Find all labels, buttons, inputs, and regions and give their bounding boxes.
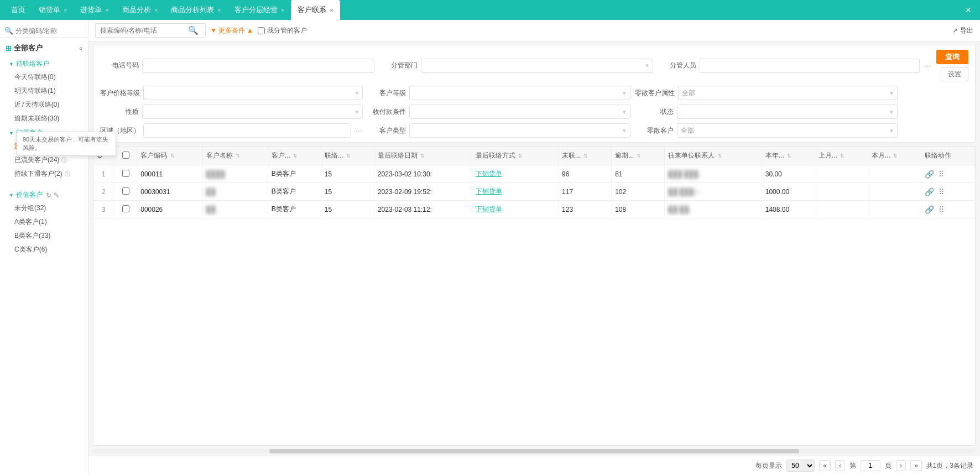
col-contact2[interactable]: 往来单位联系人 ⇅ — [665, 147, 762, 165]
tooltip-text: 90天未交易的客户，可能有流失风险。 — [23, 136, 88, 151]
col-last-month[interactable]: 上月... ⇅ — [815, 147, 868, 165]
nav-analysis-list[interactable]: 商品分析列表 × — [164, 0, 227, 20]
action-link-icon-2[interactable]: 🔗 — [925, 205, 934, 214]
nav-analysis-close[interactable]: × — [154, 7, 158, 13]
col-last-method-sort-icon: ⇅ — [518, 153, 523, 159]
window-close-btn[interactable]: × — [961, 4, 976, 16]
col-checkbox-all[interactable] — [114, 147, 137, 165]
filter-dept-select[interactable] — [421, 59, 653, 73]
row-checkbox-2[interactable] — [122, 205, 129, 212]
search-button[interactable]: 🔍 — [186, 25, 201, 35]
value-refresh-icon[interactable]: ↻ — [46, 191, 51, 199]
col-contact[interactable]: 联络... ⇅ — [321, 147, 374, 165]
col-overdue[interactable]: 逾期... ⇅ — [612, 147, 665, 165]
filter-phone-input[interactable] — [142, 59, 374, 73]
col-this-year[interactable]: 本年... ⇅ — [762, 147, 815, 165]
my-customers-checkbox[interactable] — [258, 27, 265, 34]
sidebar-item-b-class[interactable]: B类客户(33) — [0, 229, 88, 243]
nav-customer-contact[interactable]: 客户联系 × — [291, 0, 340, 20]
filter-field-manager: 分管人员 ··· — [658, 59, 932, 73]
filter-retail-customer-select[interactable]: 全部 — [677, 123, 898, 138]
sidebar-all-customers[interactable]: ⊞ 全部客户 « — [0, 40, 88, 56]
next-page-btn[interactable]: › — [896, 460, 906, 471]
row-contact2-0: ███ ███... — [665, 165, 762, 183]
row-last-method-1[interactable]: 下销货单 — [472, 183, 558, 201]
first-page-btn[interactable]: « — [819, 460, 831, 471]
nav-sales[interactable]: 销货单 × — [32, 0, 74, 20]
action-link-icon-1[interactable]: 🔗 — [925, 187, 934, 196]
nav-customer-layer[interactable]: 客户分层经营 × — [228, 0, 291, 20]
col-type[interactable]: 客户... ⇅ — [268, 147, 321, 165]
nav-customer-contact-close[interactable]: × — [330, 7, 333, 13]
more-filter-button[interactable]: ▼ 更多条件 ▲ — [210, 26, 253, 35]
filter-manager-dots[interactable]: ··· — [923, 61, 932, 70]
filter-retail-attr-select[interactable]: 全部 — [678, 86, 898, 100]
sidebar-section-pending[interactable]: ▼ 待联络客户 — [0, 56, 88, 70]
nav-purchase[interactable]: 进货单 × — [74, 0, 115, 20]
nav-customer-layer-close[interactable]: × — [281, 7, 284, 13]
nav-analysis[interactable]: 商品分析 × — [116, 0, 164, 20]
filter-region-input[interactable] — [143, 123, 351, 138]
prev-page-btn[interactable]: ‹ — [835, 460, 845, 471]
filter-status-select[interactable] — [677, 105, 898, 119]
row-checkbox-0[interactable] — [122, 170, 129, 177]
sidebar-item-ungroup[interactable]: 未分组(32) — [0, 201, 88, 215]
col-last-method[interactable]: 最后联络方式 ⇅ — [472, 147, 558, 165]
filter-row-1: 电话号码 分管部门 ▼ 分管人员 ··· — [100, 50, 968, 81]
settings-button[interactable]: 设置 — [941, 67, 968, 81]
last-page-btn[interactable]: » — [910, 460, 922, 471]
select-all-checkbox[interactable] — [122, 152, 129, 159]
row-overdue-1: 102 — [612, 183, 665, 201]
action-more-icon-1[interactable]: ⠿ — [939, 187, 944, 196]
nav-sales-close[interactable]: × — [64, 7, 67, 13]
horizontal-scrollbar-thumb[interactable] — [269, 449, 799, 453]
row-check-2[interactable] — [114, 201, 137, 218]
export-button[interactable]: ↗ 导出 — [952, 26, 973, 35]
horizontal-scrollbar-track[interactable] — [93, 449, 976, 453]
col-uncontacted[interactable]: 未联... ⇅ — [559, 147, 612, 165]
sidebar-item-tomorrow[interactable]: 明天待联络(1) — [0, 84, 88, 98]
value-edit-icon[interactable]: ✎ — [54, 191, 59, 199]
my-customers-label: 我分管的客户 — [267, 26, 307, 35]
filter-region-dots[interactable]: ··· — [355, 126, 363, 135]
page-input[interactable] — [861, 460, 880, 471]
row-check-1[interactable] — [114, 183, 137, 201]
row-last-method-0[interactable]: 下销货单 — [472, 165, 558, 183]
row-type-2: B类客户 — [268, 201, 321, 218]
col-last-month-sort-icon: ⇅ — [840, 153, 845, 159]
nav-home[interactable]: 首页 — [4, 0, 32, 20]
sidebar-item-overdue[interactable]: 逾期未联络(30) — [0, 112, 88, 126]
row-check-0[interactable] — [114, 165, 137, 183]
sidebar-item-declining[interactable]: 持续下滑客户(2) ⓘ — [0, 167, 88, 181]
action-link-icon-0[interactable]: 🔗 — [925, 170, 934, 179]
sidebar-collapse-icon[interactable]: « — [79, 45, 82, 51]
row-checkbox-1[interactable] — [122, 187, 129, 195]
filter-customer-level-select[interactable] — [409, 86, 630, 100]
sidebar-item-a-class[interactable]: A类客户(1) — [0, 215, 88, 229]
sidebar-item-7days[interactable]: 近7天待联络(0) — [0, 98, 88, 112]
filter-nature-select[interactable] — [142, 105, 363, 119]
col-code[interactable]: 客户编码 ⇅ — [137, 147, 202, 165]
sidebar-item-c-class[interactable]: C类客户(6) — [0, 243, 88, 257]
nav-analysis-list-close[interactable]: × — [217, 7, 221, 13]
search-input[interactable] — [100, 27, 186, 34]
row-last-method-2[interactable]: 下销货单 — [472, 201, 558, 218]
filter-payment-select[interactable] — [409, 105, 630, 119]
filter-price-level-select[interactable] — [143, 86, 363, 100]
col-this-month[interactable]: 本月... ⇅ — [868, 147, 921, 165]
query-button[interactable]: 查询 — [936, 50, 968, 64]
sidebar-search-input[interactable] — [15, 27, 84, 35]
nav-purchase-close[interactable]: × — [105, 7, 108, 13]
col-last-date[interactable]: 最后联络日期 ⇅ — [374, 147, 472, 165]
filter-customer-level-label: 客户等级 — [367, 88, 406, 98]
filter-customer-type-select[interactable] — [409, 123, 630, 138]
sidebar-section-value[interactable]: ▼ 价值客户 ↻ ✎ — [0, 187, 88, 201]
per-page-select[interactable]: 50 100 200 — [786, 460, 815, 472]
col-name[interactable]: 客户名称 ⇅ — [202, 147, 268, 165]
sidebar-item-today[interactable]: 今天待联络(0) — [0, 70, 88, 84]
filter-manager-input[interactable] — [700, 59, 920, 73]
action-more-icon-2[interactable]: ⠿ — [939, 205, 944, 214]
c-class-label: C类客户(6) — [14, 245, 47, 254]
my-customers-checkbox-label[interactable]: 我分管的客户 — [258, 26, 307, 35]
action-more-icon-0[interactable]: ⠿ — [939, 170, 944, 179]
